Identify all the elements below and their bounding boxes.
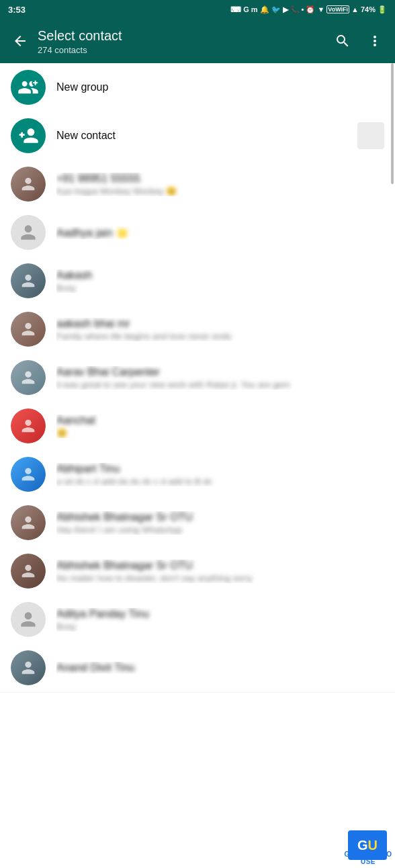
status-time: 3:53 — [8, 5, 26, 15]
battery-icon: 🔋 — [378, 5, 387, 14]
contact-avatar-4 — [11, 312, 46, 347]
contact-item-2[interactable]: Aadhya jain 🌟 — [0, 208, 395, 257]
contact-info-4: aakash bhai mr Family where life begins … — [56, 318, 384, 341]
contact-item-10[interactable]: Aditya Panday Tinu Busy — [0, 595, 395, 644]
contact-name-1: +91 98951 55555 — [56, 173, 384, 185]
contact-name-8: Abhishek Bhatnagar Sr OTU — [56, 511, 384, 523]
contact-name-2: Aadhya jain 🌟 — [56, 226, 384, 239]
contact-item-8[interactable]: Abhishek Bhatnagar Sr OTU Hey there! I a… — [0, 498, 395, 547]
contact-name-3: Aakash — [56, 269, 384, 281]
g-icon: G — [243, 5, 249, 13]
qr-code-icon — [357, 122, 384, 149]
contact-name-10: Aditya Panday Tinu — [56, 608, 384, 620]
m-icon: m — [251, 5, 258, 13]
contact-status-7: a sd ds c d add da do dc c d add to B dc — [56, 476, 384, 486]
volte-icon: VoWiFi — [326, 5, 349, 13]
app-bar-title-area: Select contact 274 contacts — [35, 28, 328, 55]
contact-item-4[interactable]: aakash bhai mr Family where life begins … — [0, 305, 395, 353]
contact-name-9: Abhishek Bhatnagar Sr OTU — [56, 560, 384, 572]
contact-info-5: Aarav Bhai Carpenter it was great to see… — [56, 366, 384, 390]
contact-item-7[interactable]: Abhipart Tinu a sd ds c d add da do dc c… — [0, 450, 395, 498]
signal-icon: ▲ — [351, 5, 359, 13]
contact-avatar-10 — [11, 602, 46, 637]
watermark-logo: GU — [348, 830, 387, 860]
contact-name-5: Aarav Bhai Carpenter — [56, 366, 384, 378]
screen-title: Select contact — [38, 28, 328, 44]
contact-avatar-6 — [11, 408, 46, 443]
new-group-avatar — [11, 70, 46, 105]
watermark-text: GU — [357, 838, 378, 853]
new-contact-item[interactable]: New contact — [0, 112, 395, 160]
contact-info-6: Aanchal 😊 — [56, 415, 384, 438]
bell-icon: 🔔 — [260, 5, 269, 14]
contact-status-1: Kya hogya Monkey Monkey 😊 — [56, 186, 384, 196]
contact-info-7: Abhipart Tinu a sd ds c d add da do dc c… — [56, 463, 384, 486]
app-bar-actions — [328, 26, 390, 56]
scroll-indicator[interactable] — [391, 63, 394, 184]
contact-list-wrapper: New group New contact — [0, 63, 395, 693]
contact-avatar-1 — [11, 167, 46, 202]
contact-avatar-11 — [11, 650, 46, 685]
new-group-info: New group — [56, 81, 384, 93]
more-options-button[interactable] — [360, 26, 390, 56]
contact-info-8: Abhishek Bhatnagar Sr OTU Hey there! I a… — [56, 511, 384, 535]
contact-status-9: No matter how to disaster, don't say any… — [56, 573, 384, 583]
contact-item-1[interactable]: +91 98951 55555 Kya hogya Monkey Monkey … — [0, 160, 395, 208]
new-contact-avatar — [11, 118, 46, 153]
new-contact-info: New contact — [56, 130, 357, 142]
contact-status-5: it was great to see your new work with R… — [56, 380, 384, 390]
back-button[interactable] — [5, 26, 35, 56]
contact-avatar-7 — [11, 457, 46, 492]
contact-item-6[interactable]: Aanchal 😊 — [0, 402, 395, 450]
contact-info-10: Aditya Panday Tinu Busy — [56, 608, 384, 632]
status-bar-left: 3:53 — [8, 5, 26, 15]
contact-item-11[interactable]: Anand Dixit Tinu — [0, 644, 395, 693]
contact-avatar-9 — [11, 554, 46, 589]
contact-name-4: aakash bhai mr — [56, 318, 384, 330]
keyboard-icon: ⌨ — [230, 5, 241, 14]
contact-status-8: Hey there! I am using WhatsApp — [56, 525, 384, 535]
contact-info-2: Aadhya jain 🌟 — [56, 226, 384, 239]
twitter-icon: 🐦 — [271, 5, 281, 14]
status-bar: 3:53 ⌨ G m 🔔 🐦 ▶ 📞 • ⏰ ▼ VoWiFi ▲ 74% 🔋 — [0, 0, 395, 19]
contact-avatar-8 — [11, 505, 46, 540]
contact-name-7: Abhipart Tinu — [56, 463, 384, 475]
contact-status-3: Busy — [56, 283, 384, 293]
new-group-item[interactable]: New group — [0, 63, 395, 112]
contact-info-1: +91 98951 55555 Kya hogya Monkey Monkey … — [56, 173, 384, 196]
contact-name-11: Anand Dixit Tinu — [56, 662, 384, 674]
contact-item-9[interactable]: Abhishek Bhatnagar Sr OTU No matter how … — [0, 547, 395, 595]
battery-text: 74% — [361, 5, 376, 13]
status-bar-right: ⌨ G m 🔔 🐦 ▶ 📞 • ⏰ ▼ VoWiFi ▲ 74% 🔋 — [230, 5, 387, 14]
contact-status-4: Family where life begins and love never … — [56, 331, 384, 341]
new-group-label: New group — [56, 81, 384, 93]
contact-item-3[interactable]: Aakash Busy — [0, 257, 395, 305]
contact-status-10: Busy — [56, 621, 384, 632]
contact-info-11: Anand Dixit Tinu — [56, 662, 384, 674]
contact-name-6: Aanchal — [56, 415, 384, 427]
contact-status-6: 😊 — [56, 428, 384, 438]
contact-info-3: Aakash Busy — [56, 269, 384, 293]
phone-icon: 📞 — [290, 5, 300, 14]
search-button[interactable] — [328, 26, 357, 56]
contact-item-5[interactable]: Aarav Bhai Carpenter it was great to see… — [0, 353, 395, 402]
app-bar: Select contact 274 contacts — [0, 19, 395, 63]
contact-info-9: Abhishek Bhatnagar Sr OTU No matter how … — [56, 560, 384, 583]
contact-avatar-3 — [11, 263, 46, 298]
dot-icon: • — [302, 5, 304, 13]
youtube-icon: ▶ — [283, 5, 288, 14]
contact-avatar-2 — [11, 215, 46, 250]
new-contact-label: New contact — [56, 130, 357, 142]
contact-avatar-5 — [11, 360, 46, 395]
wifi-icon: ▼ — [317, 5, 324, 13]
alarm-icon: ⏰ — [306, 5, 315, 14]
contact-count: 274 contacts — [38, 45, 328, 55]
contact-list: New group New contact — [0, 63, 395, 693]
